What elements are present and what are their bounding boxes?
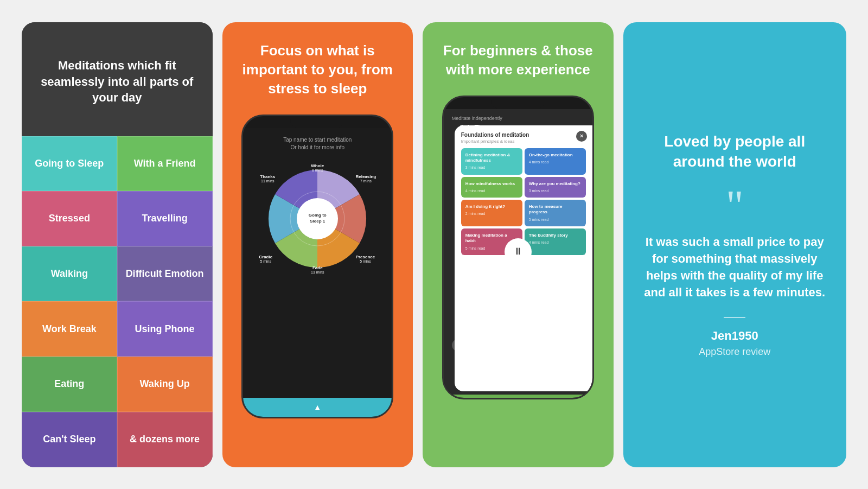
reviewer-source: AppStore review [699,346,770,358]
panel-1: Meditations which fit seamlessly into al… [22,22,213,467]
grid-cell[interactable]: Travelling [117,191,213,246]
panel-3: For beginners & those with more experien… [423,22,614,467]
grid-cell[interactable]: & dozens more [117,412,213,467]
phone-notch-3 [491,97,545,109]
foundation-article[interactable]: Why are you meditating?3 mins read [525,177,586,198]
wheel-center: Going toSleep 1 [298,199,337,238]
grid-cell[interactable]: With a Friend [117,136,213,192]
phone-screen-3: Solo Timer Meditate independently ⏸ ℹ Fo… [444,109,592,395]
chevron-up-icon: ▲ [314,403,321,411]
phone-bottom-bar: ▲ [243,398,392,417]
panel-4-quote: It was such a small price to pay for som… [640,234,831,301]
grid-cell[interactable]: Going to Sleep [22,136,117,192]
phone-screen-2: Tap name to start meditation Or hold it … [243,128,392,398]
grid-cell[interactable]: Eating [22,357,117,412]
panel-4-title: Loved by people all around the world [640,131,831,173]
foundation-article[interactable]: Defining meditation & mindfulness3 mins … [461,148,522,175]
grid-cell[interactable]: Can't Sleep [22,412,117,467]
panel-2: Focus on what is important to you, from … [222,22,413,467]
panel-3-header: For beginners & those with more experien… [423,22,614,90]
grid-cell[interactable]: Walking [22,246,117,302]
close-button[interactable]: ✕ [576,131,587,142]
meditation-grid: Going to SleepWith a FriendStressedTrave… [22,136,213,467]
grid-cell[interactable]: Difficult Emotion [117,246,213,302]
grid-cell[interactable]: Waking Up [117,357,213,412]
phone-mockup-3: Solo Timer Meditate independently ⏸ ℹ Fo… [442,96,594,399]
panel-2-header: Focus on what is important to you, from … [222,22,413,109]
divider [724,317,745,318]
phone-mockup-2: Tap name to start meditation Or hold it … [241,115,393,418]
phone-instruction: Tap name to start meditation Or hold it … [283,136,352,151]
panel-4: Loved by people all around the world " I… [623,22,847,467]
phone-notch [290,116,344,128]
main-container: Meditations which fit seamlessly into al… [0,0,868,489]
pause-button[interactable]: ⏸ [505,238,532,265]
foundation-article[interactable]: How to measure progress5 mins read [525,200,586,226]
phone-bottom-3 [444,395,592,398]
foundation-article[interactable]: On-the-go meditation4 mins read [525,148,586,175]
foundation-article[interactable]: The buddhify story4 mins read [525,228,586,255]
solo-timer-label: Solo Timer Meditate independently [452,116,502,121]
foundation-article[interactable]: Am I doing it right?2 mins read [461,200,522,226]
foundation-article[interactable]: How mindfulness works4 mins read [461,177,522,198]
meditation-wheel: Whole8 mins Releasing7 mins Presence5 mi… [258,159,377,278]
quote-mark-icon: " [726,188,744,223]
grid-cell[interactable]: Stressed [22,191,117,246]
panel-1-header: Meditations which fit seamlessly into al… [22,22,213,136]
grid-cell[interactable]: Work Break [22,301,117,357]
reviewer-name: Jen1950 [711,329,758,343]
grid-cell[interactable]: Using Phone [117,301,213,357]
